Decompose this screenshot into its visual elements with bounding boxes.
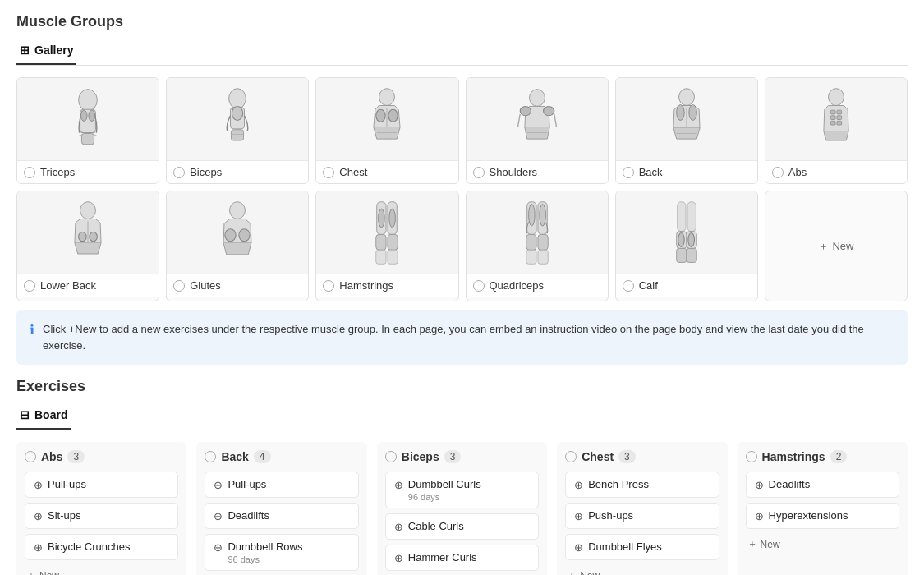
exercise-icon-chest-pushups: ⊕ bbox=[574, 510, 583, 522]
exercise-icon-abs-pullups: ⊕ bbox=[34, 479, 43, 491]
column-abs: Abs 3 ⊕ Pull-ups ⊕ Sit-ups ⊕ bbox=[16, 442, 186, 575]
muscle-card-biceps[interactable]: Biceps bbox=[166, 77, 309, 184]
abs-bicyclecrunches-name: Bicycle Crunches bbox=[48, 540, 169, 553]
muscle-card-hamstrings[interactable]: Hamstrings bbox=[315, 191, 458, 301]
exercise-abs-pullups[interactable]: ⊕ Pull-ups bbox=[25, 472, 178, 498]
exercise-icon-biceps-hammercurls: ⊕ bbox=[394, 552, 403, 564]
hamstrings-label: Hamstrings bbox=[316, 274, 457, 297]
quadriceps-image bbox=[467, 191, 608, 274]
plus-icon-hamstrings: ＋ bbox=[747, 537, 757, 551]
back-pullups-name: Pull-ups bbox=[228, 478, 349, 490]
add-hamstrings-exercise-button[interactable]: ＋ New bbox=[746, 534, 899, 554]
svg-rect-52 bbox=[538, 250, 548, 264]
exercise-icon-biceps-dumbbellcurls: ⊕ bbox=[394, 479, 403, 491]
back-col-title: Back bbox=[221, 450, 248, 463]
svg-point-48 bbox=[539, 204, 545, 225]
muscle-card-chest[interactable]: Chest bbox=[315, 77, 458, 184]
triceps-radio[interactable] bbox=[24, 167, 35, 178]
chest-column-header: Chest 3 bbox=[565, 450, 719, 463]
muscle-card-abs[interactable]: Abs bbox=[765, 77, 908, 184]
gallery-icon: ⊞ bbox=[20, 44, 30, 57]
exercise-hamstrings-hyperextensions[interactable]: ⊕ Hyperextensions bbox=[746, 503, 899, 529]
biceps-radio[interactable] bbox=[173, 167, 185, 178]
abs-radio[interactable] bbox=[772, 167, 784, 178]
glutes-label: Glutes bbox=[167, 274, 308, 297]
glutes-radio[interactable] bbox=[173, 280, 185, 292]
biceps-label: Biceps bbox=[167, 160, 308, 183]
shoulders-radio[interactable] bbox=[473, 167, 485, 178]
add-chest-exercise-button[interactable]: ＋ New bbox=[565, 565, 719, 575]
svg-rect-43 bbox=[376, 250, 386, 264]
muscle-card-quadriceps[interactable]: Quadriceps bbox=[466, 191, 609, 301]
svg-rect-28 bbox=[837, 115, 842, 119]
biceps-col-radio[interactable] bbox=[385, 451, 397, 462]
info-icon: ℹ bbox=[30, 322, 34, 338]
exercise-biceps-hammercurls[interactable]: ⊕ Hammer Curls bbox=[385, 545, 539, 571]
exercise-icon-biceps-cablecurls: ⊕ bbox=[394, 521, 403, 533]
exercise-back-pullups[interactable]: ⊕ Pull-ups bbox=[205, 472, 358, 498]
exercise-back-deadlifts[interactable]: ⊕ Deadlifts bbox=[205, 503, 358, 529]
svg-rect-50 bbox=[538, 234, 548, 250]
abs-label: Abs bbox=[765, 160, 907, 183]
biceps-dumbbellcurls-days: 96 days bbox=[408, 492, 530, 502]
muscle-card-shoulders[interactable]: Shoulders bbox=[466, 77, 609, 184]
svg-point-39 bbox=[379, 209, 385, 228]
exercise-abs-bicyclecrunches[interactable]: ⊕ Bicycle Crunches bbox=[25, 534, 178, 560]
quadriceps-radio[interactable] bbox=[473, 280, 485, 292]
muscle-card-lower-back[interactable]: Lower Back bbox=[16, 191, 159, 301]
exercise-biceps-dumbbellcurls[interactable]: ⊕ Dumbbell Curls 96 days bbox=[385, 472, 539, 508]
plus-icon-chest: ＋ bbox=[567, 568, 577, 575]
svg-point-34 bbox=[230, 201, 246, 218]
chest-pushups-name: Push-ups bbox=[588, 509, 710, 522]
chest-benchpress-name: Bench Press bbox=[588, 478, 710, 490]
exercise-chest-dumbbellflyes[interactable]: ⊕ Dumbbell Flyes bbox=[565, 534, 719, 560]
exercise-chest-benchpress[interactable]: ⊕ Bench Press bbox=[565, 472, 719, 498]
muscle-card-calf[interactable]: Calf bbox=[615, 191, 758, 301]
muscle-card-glutes[interactable]: Glutes bbox=[166, 191, 309, 301]
biceps-col-count: 3 bbox=[444, 450, 462, 463]
lower-back-label: Lower Back bbox=[17, 274, 159, 297]
biceps-col-title: Biceps bbox=[402, 450, 439, 463]
svg-point-58 bbox=[688, 232, 695, 246]
abs-col-count: 3 bbox=[67, 450, 85, 463]
board-tab[interactable]: ⊟ Board bbox=[16, 403, 71, 430]
calf-radio[interactable] bbox=[623, 280, 634, 292]
abs-col-radio[interactable] bbox=[25, 451, 36, 462]
board-icon: ⊟ bbox=[20, 408, 30, 421]
chest-radio[interactable] bbox=[323, 167, 334, 178]
exercise-chest-pushups[interactable]: ⊕ Push-ups bbox=[565, 503, 719, 529]
back-radio[interactable] bbox=[623, 167, 634, 178]
lower-back-radio[interactable] bbox=[24, 280, 35, 292]
shoulders-label: Shoulders bbox=[467, 160, 608, 183]
exercises-tab-bar: ⊟ Board bbox=[16, 403, 908, 430]
svg-point-16 bbox=[529, 89, 545, 106]
gallery-tab[interactable]: ⊞ Gallery bbox=[16, 39, 76, 65]
exercise-biceps-cablecurls[interactable]: ⊕ Cable Curls bbox=[385, 513, 539, 540]
add-abs-exercise-button[interactable]: ＋ New bbox=[25, 565, 178, 575]
glutes-image bbox=[167, 191, 308, 274]
muscle-card-triceps[interactable]: Triceps bbox=[16, 77, 159, 184]
hamstrings-radio[interactable] bbox=[323, 280, 334, 292]
svg-point-22 bbox=[689, 104, 696, 120]
back-col-radio[interactable] bbox=[205, 451, 216, 462]
calf-label: Calf bbox=[616, 274, 757, 297]
biceps-column-header: Biceps 3 bbox=[385, 450, 539, 463]
svg-rect-29 bbox=[830, 121, 835, 125]
svg-point-32 bbox=[79, 232, 86, 241]
chest-dumbbellflyes-name: Dumbbell Flyes bbox=[588, 540, 710, 553]
back-dumbbellrows-days: 96 days bbox=[228, 554, 349, 564]
exercise-abs-situps[interactable]: ⊕ Sit-ups bbox=[25, 503, 178, 529]
exercise-hamstrings-deadlifts[interactable]: ⊕ Deadlifts bbox=[746, 472, 899, 498]
chest-col-radio[interactable] bbox=[565, 451, 577, 462]
hamstrings-col-radio[interactable] bbox=[746, 451, 757, 462]
svg-point-9 bbox=[232, 106, 243, 120]
muscle-card-back[interactable]: Back bbox=[615, 77, 758, 184]
svg-rect-60 bbox=[687, 248, 696, 262]
exercise-icon-abs-bicyclecrunches: ⊕ bbox=[34, 541, 43, 554]
new-muscle-card[interactable]: ＋ New bbox=[765, 191, 908, 301]
plus-icon: ＋ bbox=[818, 239, 829, 254]
exercise-icon-chest-dumbbellflyes: ⊕ bbox=[574, 541, 583, 554]
biceps-dumbbellcurls-name: Dumbbell Curls bbox=[408, 478, 530, 490]
column-hamstrings: Hamstrings 2 ⊕ Deadlifts ⊕ Hyperextensio… bbox=[738, 442, 908, 575]
exercise-back-dumbbellrows[interactable]: ⊕ Dumbbell Rows 96 days bbox=[205, 534, 358, 571]
